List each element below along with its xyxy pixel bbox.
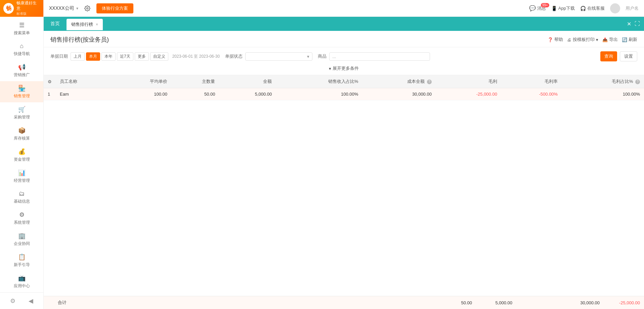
sidebar-collapse-icon[interactable]: ◀ [29, 297, 33, 305]
top-bar-right: 💬 消息 99+ 📱 App下载 🎧 在线客服 用户名 [529, 3, 639, 13]
sidebar-item-finance[interactable]: 💰 资金管理 [0, 145, 43, 166]
message-button[interactable]: 💬 消息 99+ [529, 5, 546, 11]
username: 用户名 [626, 5, 639, 11]
cell-gross-rate: -500.00% [501, 88, 562, 100]
sidebar-item-inventory[interactable]: 📦 库存核算 [0, 123, 43, 145]
avatar [610, 3, 620, 13]
status-filter-select[interactable]: ▾ [245, 52, 312, 61]
footer-cost: 30,000.00 [566, 300, 600, 305]
expand-more-button[interactable]: ▾ 展开更多条件 [50, 64, 637, 73]
app-download-label: App下载 [558, 5, 575, 11]
sidebar: 畅 畅康通好生意 标准版 ☰ 搜索菜单 ⌂ 快捷导航 📢 营销推广 🏪 销售管理… [0, 0, 44, 309]
cell-cost: 30,000.00 [362, 88, 436, 100]
sidebar-item-guide[interactable]: 📋 新手引导 [0, 250, 43, 271]
trial-button[interactable]: 体验行业方案 [96, 3, 133, 13]
cell-sales-pct: 100.00% [276, 88, 362, 100]
svg-point-0 [86, 7, 88, 9]
sidebar-item-search[interactable]: ☰ 搜索菜单 [0, 18, 43, 39]
print-button[interactable]: 🖨 按模板打印 ▾ [567, 37, 598, 43]
basic-icon: 🗂 [19, 190, 25, 197]
page-container: 销售排行榜(按业务员) ❓ 帮助 🖨 按模板打印 ▾ 📤 导出 [44, 31, 644, 309]
sidebar-item-label: 采购管理 [14, 114, 30, 120]
date-btn-last-month[interactable]: 上月 [71, 52, 85, 61]
main-area: XXXXX公司 ▾ 体验行业方案 💬 消息 99+ 📱 App下载 🎧 在线客服 [44, 0, 644, 309]
online-support-button[interactable]: 🎧 在线客服 [580, 5, 605, 11]
sidebar-item-apps[interactable]: 📺 应用中心 [0, 271, 43, 292]
help-icon: ❓ [548, 37, 553, 42]
sidebar-item-label: 基础信息 [14, 199, 30, 204]
export-icon: 📤 [602, 37, 608, 42]
refresh-button[interactable]: 🔄 刷新 [622, 37, 637, 43]
col-quantity: 主数量 [171, 75, 219, 88]
date-btn-7days[interactable]: 近7天 [117, 52, 133, 61]
tab-home[interactable]: 首页 [45, 17, 65, 31]
sidebar-item-label: 营销推广 [14, 72, 30, 78]
sidebar-item-corp[interactable]: 🏢 企业协同 [0, 229, 43, 250]
cell-quantity: 50.00 [171, 88, 219, 100]
logo-icon: 畅 [3, 3, 14, 14]
expand-label: 展开更多条件 [333, 65, 359, 71]
app-name: 畅康通好生意 [16, 1, 40, 11]
sidebar-item-basic[interactable]: 🗂 基础信息 [0, 187, 43, 208]
col-cost: 成本全额 ? [362, 75, 436, 88]
date-btn-custom[interactable]: 自定义 [150, 52, 168, 61]
col-settings[interactable]: ⚙ [44, 75, 56, 88]
download-icon: 📱 [551, 6, 557, 11]
online-support-label: 在线客服 [587, 5, 605, 11]
company-selector[interactable]: XXXXX公司 ▾ [49, 5, 78, 11]
sidebar-item-label: 企业协同 [14, 241, 30, 247]
col-gross-rate: 毛利率 [501, 75, 562, 88]
filter-row: 单据日期 上月 本月 本年 近7天 更多 自定义 2023-06-01 至 20… [50, 51, 637, 61]
inventory-icon: 📦 [18, 127, 26, 134]
headset-icon: 🎧 [580, 6, 586, 11]
export-button[interactable]: 📤 导出 [602, 37, 618, 43]
sidebar-item-marketing[interactable]: 📢 营销推广 [0, 60, 43, 81]
sidebar-item-label: 销售管理 [14, 93, 30, 99]
tab-close-icon[interactable]: × [96, 22, 98, 27]
sidebar-item-label: 快捷导航 [14, 51, 30, 57]
finance-icon: 💰 [18, 148, 26, 155]
date-range-display: 2023-06-01 至 2023-06-30 [172, 54, 220, 59]
col-avg-price: 平均单价 [114, 75, 171, 88]
goods-filter-select[interactable]: ... [329, 52, 430, 61]
sidebar-item-shortcut[interactable]: ⌂ 快捷导航 [0, 39, 43, 60]
settings-filter-button[interactable]: 设置 [620, 51, 637, 61]
date-btn-more[interactable]: 更多 [135, 52, 149, 61]
tab-expand-icon[interactable]: ⛶ [635, 21, 640, 27]
help-button[interactable]: ❓ 帮助 [548, 37, 563, 43]
goods-filter-label: 商品 [318, 53, 327, 59]
date-filter-label: 单据日期 [50, 53, 68, 59]
query-button[interactable]: 查询 [600, 51, 617, 61]
cell-gross-profit: -25,000.00 [436, 88, 501, 100]
tab-sales-ranking[interactable]: 销售排行榜 × [67, 19, 103, 30]
footer-quantity: 50.00 [445, 300, 472, 305]
tab-bar-right: ✕ ⛶ [627, 21, 644, 27]
date-btn-this-month[interactable]: 本月 [86, 52, 100, 61]
sidebar-nav: ☰ 搜索菜单 ⌂ 快捷导航 📢 营销推广 🏪 销售管理 🛒 采购管理 📦 库存核… [0, 17, 43, 292]
app-download-button[interactable]: 📱 App下载 [551, 5, 575, 11]
sidebar-item-purchase[interactable]: 🛒 采购管理 [0, 102, 43, 123]
purchase-icon: 🛒 [18, 106, 26, 113]
sidebar-settings-icon[interactable]: ⚙ [10, 297, 15, 305]
sidebar-item-label: 资金管理 [14, 157, 30, 162]
cost-help-icon[interactable]: ? [427, 80, 432, 84]
cell-avg-price: 100.00 [114, 88, 171, 100]
sidebar-item-system[interactable]: ⚙ 系统管理 [0, 208, 43, 229]
company-settings-button[interactable] [82, 3, 92, 13]
company-name: XXXXX公司 [49, 5, 74, 11]
gross-pct-help-icon[interactable]: ? [635, 80, 640, 84]
col-employee: 员工名称 [56, 75, 114, 88]
system-icon: ⚙ [19, 211, 25, 218]
col-sales-pct: 销售收入占比% [276, 75, 362, 88]
message-badge: 99+ [541, 3, 549, 7]
date-btn-this-year[interactable]: 本年 [101, 52, 116, 61]
sidebar-item-label: 系统管理 [14, 220, 30, 225]
sidebar-item-sales[interactable]: 🏪 销售管理 [0, 81, 43, 102]
sidebar-item-operations[interactable]: 📊 经营管理 [0, 166, 43, 187]
refresh-icon: 🔄 [622, 37, 627, 42]
print-chevron-icon: ▾ [596, 37, 598, 42]
tab-close-all-icon[interactable]: ✕ [627, 21, 631, 27]
status-filter-group: 单据状态 ▾ [225, 52, 312, 61]
print-icon: 🖨 [567, 37, 571, 42]
tab-bar: 首页 销售排行榜 × ✕ ⛶ [44, 17, 644, 31]
